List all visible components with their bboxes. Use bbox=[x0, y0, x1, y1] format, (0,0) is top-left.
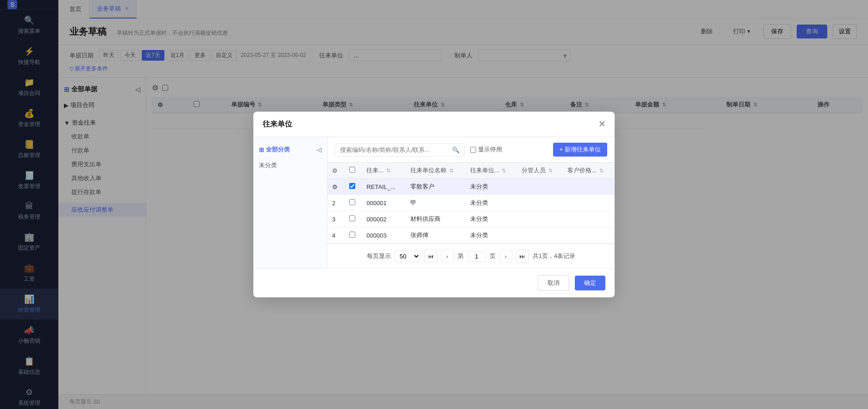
dialog-right-panel: 🔍 显示停用 + 新增往来单位 ⚙ bbox=[327, 137, 615, 268]
dialog-overlay: 往来单位 ✕ ⊞ 全部分类 ◁ 未分类 bbox=[0, 0, 868, 409]
row-name: 张师傅 bbox=[406, 227, 465, 244]
row-category: 未分类 bbox=[465, 227, 517, 244]
dialog-header: 往来单位 ✕ bbox=[253, 112, 615, 137]
dialog-select-all[interactable] bbox=[349, 167, 355, 173]
dtcol-manager: 分管人员 ⇅ bbox=[517, 163, 563, 179]
table-row[interactable]: ⚙ RETAIL_... 零散客户 未分类 bbox=[327, 179, 615, 195]
dialog-panel-collapse-icon[interactable]: ◁ bbox=[317, 146, 321, 153]
row-check bbox=[345, 211, 362, 227]
page-unit: 页 bbox=[490, 252, 496, 260]
row-code: 000002 bbox=[362, 211, 406, 227]
dialog-pagination: 每页显示 50 10 20 100 ⏮ ‹ 第 页 › ⏭ 共1页，4条记录 bbox=[327, 244, 615, 268]
row-category: 未分类 bbox=[465, 211, 517, 227]
confirm-button[interactable]: 确定 bbox=[575, 276, 605, 290]
dtcol-gear: ⚙ bbox=[327, 163, 345, 179]
row-code: 000001 bbox=[362, 195, 406, 211]
prev-page-button[interactable]: ‹ bbox=[441, 250, 454, 263]
dialog-category-unclassified[interactable]: 未分类 bbox=[253, 157, 327, 173]
row-checkbox[interactable] bbox=[349, 183, 355, 189]
first-page-button[interactable]: ⏮ bbox=[424, 250, 437, 263]
dialog-search-bar: 🔍 显示停用 + 新增往来单位 bbox=[327, 137, 615, 163]
add-contact-unit-button[interactable]: + 新增往来单位 bbox=[553, 143, 607, 157]
per-page-label: 每页显示 bbox=[367, 252, 391, 260]
row-checkbox[interactable] bbox=[349, 232, 355, 238]
total-records-label: 共1页，4条记录 bbox=[533, 252, 575, 260]
dialog-table: ⚙ 往来... ⇅ 往来单位名称 ⇅ 往来单位... ⇅ 分管人员 ⇅ 客户价格… bbox=[327, 163, 615, 244]
row-name: 甲 bbox=[406, 195, 465, 211]
row-code: RETAIL_... bbox=[362, 179, 406, 195]
row-price bbox=[563, 211, 615, 227]
row-category: 未分类 bbox=[465, 179, 517, 195]
row-manager bbox=[517, 211, 563, 227]
grid-cat-icon: ⊞ bbox=[259, 146, 264, 153]
next-page-button[interactable]: › bbox=[499, 250, 512, 263]
dtcol-category: 往来单位... ⇅ bbox=[465, 163, 517, 179]
dtcol-name: 往来单位名称 ⇅ bbox=[406, 163, 465, 179]
table-row[interactable]: 3 000002 材料供应商 未分类 bbox=[327, 211, 615, 227]
page-label: 第 bbox=[458, 252, 464, 260]
row-manager bbox=[517, 195, 563, 211]
row-no: 3 bbox=[327, 211, 345, 227]
row-check bbox=[345, 179, 362, 195]
per-page-select[interactable]: 50 10 20 100 bbox=[395, 251, 421, 262]
dtcol-price: 客户价格... ⇅ bbox=[563, 163, 615, 179]
row-name: 材料供应商 bbox=[406, 211, 465, 227]
dialog-category-panel: ⊞ 全部分类 ◁ 未分类 bbox=[253, 137, 327, 268]
row-checkbox[interactable] bbox=[349, 215, 355, 221]
dialog-category-header: ⊞ 全部分类 ◁ bbox=[253, 142, 327, 157]
show-disabled-checkbox-label[interactable]: 显示停用 bbox=[470, 145, 502, 154]
table-row[interactable]: 2 000001 甲 未分类 bbox=[327, 195, 615, 211]
dialog-close-button[interactable]: ✕ bbox=[598, 119, 605, 129]
row-price bbox=[563, 195, 615, 211]
row-no: 4 bbox=[327, 227, 345, 244]
dtcol-gear-icon: ⚙ bbox=[332, 167, 338, 174]
row-check bbox=[345, 227, 362, 244]
search-icon: 🔍 bbox=[452, 146, 459, 153]
table-row[interactable]: 4 000003 张师傅 未分类 bbox=[327, 227, 615, 244]
row-no: 2 bbox=[327, 195, 345, 211]
row-checkbox[interactable] bbox=[349, 199, 355, 205]
row-code: 000003 bbox=[362, 227, 406, 244]
row-gear: ⚙ bbox=[327, 179, 345, 195]
row-price bbox=[563, 179, 615, 195]
row-category: 未分类 bbox=[465, 195, 517, 211]
contact-unit-dialog: 往来单位 ✕ ⊞ 全部分类 ◁ 未分类 bbox=[253, 112, 615, 297]
dialog-footer: 取消 确定 bbox=[253, 268, 615, 297]
row-manager bbox=[517, 179, 563, 195]
dialog-body: ⊞ 全部分类 ◁ 未分类 🔍 显示停用 bbox=[253, 137, 615, 268]
row-price bbox=[563, 227, 615, 244]
row-check bbox=[345, 195, 362, 211]
dialog-search-input-wrap: 🔍 bbox=[335, 143, 465, 157]
row-name: 零散客户 bbox=[406, 179, 465, 195]
page-number-input[interactable] bbox=[467, 251, 486, 262]
dialog-table-wrap: ⚙ 往来... ⇅ 往来单位名称 ⇅ 往来单位... ⇅ 分管人员 ⇅ 客户价格… bbox=[327, 163, 615, 244]
show-disabled-checkbox[interactable] bbox=[470, 147, 476, 153]
dialog-search-field[interactable] bbox=[340, 146, 450, 153]
dtcol-check bbox=[345, 163, 362, 179]
row-manager bbox=[517, 227, 563, 244]
last-page-button[interactable]: ⏭ bbox=[516, 250, 529, 263]
dtcol-code: 往来... ⇅ bbox=[362, 163, 406, 179]
cancel-button[interactable]: 取消 bbox=[538, 275, 569, 291]
dialog-title: 往来单位 bbox=[263, 120, 292, 129]
